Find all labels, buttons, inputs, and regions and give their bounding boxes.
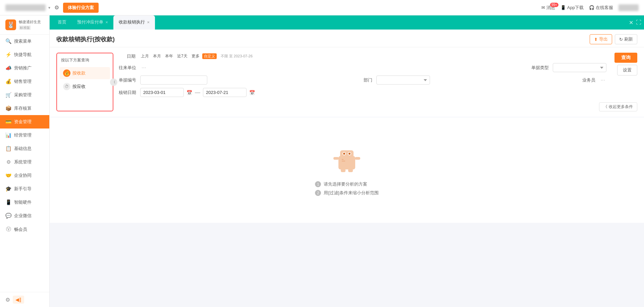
query-button[interactable]: 查询 — [614, 53, 637, 63]
box-icon: 📦 — [5, 105, 11, 111]
receipt-icon: 💰 — [63, 69, 70, 77]
setting-button[interactable]: 设置 — [617, 65, 637, 75]
finance-icon: 💳 — [5, 119, 11, 125]
top-header: ▾ ⚙ 体验行业方案 ✉ 消息 99+ 📱 App下载 🎧 在线客服 — [0, 0, 644, 15]
sidebar-item-member[interactable]: Ⓥ 畅会员 — [0, 222, 49, 236]
industry-solution-button[interactable]: 体验行业方案 — [63, 3, 99, 13]
sidebar-label: 新手引导 — [14, 186, 32, 192]
tab-close-window-button[interactable]: ✕ — [629, 19, 633, 26]
tip-num-1: 1 — [315, 181, 321, 187]
tab-prepay-close[interactable]: ✕ — [105, 20, 108, 24]
sidebar-item-enterprise[interactable]: 🤝 企业协同 — [0, 169, 49, 182]
sidebar-label: 基础信息 — [14, 146, 32, 152]
date-btn-7days[interactable]: 近7天 — [176, 53, 189, 60]
staff-label: 业务员 — [579, 77, 595, 83]
app-download-label: App下载 — [567, 5, 584, 11]
writeoff-date-range: 📅 — 📅 — [140, 88, 255, 97]
sidebar-item-inventory[interactable]: 📦 库存核算 — [0, 102, 49, 115]
filter-panel-collapse-arrow[interactable]: 《 — [110, 79, 117, 86]
sidebar-item-basic-info[interactable]: 📋 基础信息 — [0, 142, 49, 155]
online-service-label: 在线客服 — [596, 5, 613, 11]
app-name-blur — [5, 4, 46, 11]
member-icon: Ⓥ — [5, 226, 11, 233]
gear-button[interactable]: ⚙ — [53, 3, 60, 12]
sidebar: 🐰 畅捷通好生意 标准版 🔍 搜索菜单 ⚡ 快捷导航 📣 营销推广 💰 销售管理… — [0, 15, 50, 307]
filter-option-by-receipt[interactable]: 💰 按收款 — [60, 67, 110, 79]
sidebar-label: 智能硬件 — [14, 199, 32, 205]
writeoff-start-input[interactable] — [140, 88, 184, 97]
settings-bottom-button[interactable]: ⚙ — [5, 297, 10, 303]
app-download-link[interactable]: 📱 App下载 — [560, 5, 584, 11]
date-btn-more[interactable]: 更多 — [190, 53, 201, 60]
sidebar-item-quick-nav[interactable]: ⚡ 快捷导航 — [0, 48, 49, 61]
svg-rect-1 — [340, 150, 354, 160]
date-btn-last-month[interactable]: 上月 — [140, 53, 150, 60]
sidebar-logo: 🐰 畅捷通好生意 标准版 — [0, 15, 49, 35]
export-icon: ⬆ — [594, 37, 598, 42]
tab-collection[interactable]: 收款核销执行 ✕ — [113, 15, 155, 30]
sidebar-item-search-menu[interactable]: 🔍 搜索菜单 — [0, 35, 49, 48]
message-icon: ✉ — [541, 5, 545, 10]
sidebar-label: 搜索菜单 — [14, 38, 32, 44]
tab-prepay[interactable]: 预付冲应付单 ✕ — [72, 15, 113, 30]
staff-input[interactable]: ··· — [599, 77, 606, 83]
collapse-icon: 《 — [603, 104, 607, 110]
empty-tip-1-text: 请先选择要分析的方案 — [324, 181, 367, 187]
sidebar-item-guide[interactable]: 🎓 新手引导 — [0, 182, 49, 196]
sidebar-label: 营销推广 — [14, 65, 32, 71]
writeoff-end-input[interactable] — [203, 88, 247, 97]
sidebar-label: 库存核算 — [14, 105, 32, 111]
date-label: 日期 — [119, 53, 136, 59]
sidebar-collapse-button[interactable]: ◀‖ — [13, 296, 24, 304]
date-shortcuts: 上月 本月 本年 近7天 更多 自定义 — [140, 53, 217, 60]
empty-tip-1: 1 请先选择要分析的方案 — [315, 181, 378, 187]
notification-badge: 99+ — [550, 3, 558, 7]
filter-option-by-receivable[interactable]: ⏱ 按应收 — [60, 81, 110, 93]
sidebar-item-operation[interactable]: 📊 经营管理 — [0, 129, 49, 142]
notification-button[interactable]: ✉ 消息 99+ — [541, 5, 555, 11]
doctype-select[interactable] — [553, 63, 606, 72]
cart-icon: 🛒 — [5, 92, 11, 98]
writeoff-date-label: 核销日期 — [119, 90, 136, 96]
dept-select[interactable] — [376, 75, 430, 85]
docnumber-label: 单据编号 — [119, 77, 136, 83]
logo-icon: 🐰 — [5, 19, 16, 30]
chart-icon: 📊 — [5, 132, 11, 138]
docnumber-input[interactable] — [140, 75, 207, 85]
download-icon: 📱 — [560, 5, 566, 10]
date-btn-this-year[interactable]: 本年 — [164, 53, 174, 60]
tab-expand-button[interactable]: ⛶ — [636, 19, 641, 25]
refresh-button[interactable]: ↻ 刷新 — [615, 34, 637, 44]
sidebar-bottom: ⚙ ◀‖ — [0, 292, 49, 307]
sidebar-item-finance[interactable]: 💳 资金管理 — [0, 115, 49, 129]
date-custom-badge[interactable]: 自定义 — [202, 53, 217, 59]
date-filter-row: 日期 上月 本月 本年 近7天 更多 自定义 不限 至 2023-07-26 — [119, 53, 606, 60]
collapse-more-button[interactable]: 《 收起更多条件 — [599, 102, 637, 111]
sidebar-item-purchase[interactable]: 🛒 采购管理 — [0, 88, 49, 102]
sidebar-item-sales[interactable]: 💰 销售管理 — [0, 75, 49, 88]
tab-collection-close[interactable]: ✕ — [147, 20, 150, 24]
sidebar-item-wechat[interactable]: 💬 企业微信 — [0, 209, 49, 222]
sidebar-label: 资金管理 — [14, 119, 32, 125]
sidebar-label: 系统管理 — [14, 159, 32, 165]
date-btn-this-month[interactable]: 本月 — [152, 53, 162, 60]
calendar-end-icon[interactable]: 📅 — [249, 90, 255, 95]
wechat-icon: 💬 — [5, 213, 11, 219]
service-icon: 🎧 — [589, 5, 594, 10]
chevron-down-icon[interactable]: ▾ — [48, 5, 50, 10]
counterparty-input[interactable]: ··· — [140, 65, 147, 71]
online-service-link[interactable]: 🎧 在线客服 — [589, 5, 613, 11]
empty-tips: 1 请先选择要分析的方案 2 用[过滤]条件来缩小分析范围 — [315, 181, 378, 196]
date-separator: — — [195, 90, 200, 96]
writeoff-date-row: 核销日期 📅 — 📅 — [119, 88, 606, 97]
tab-home[interactable]: 首页 — [52, 15, 72, 30]
user-avatar — [619, 4, 639, 11]
export-button[interactable]: ⬆ 导出 — [590, 34, 612, 44]
page-title: 收款核销执行(按收款) — [56, 35, 115, 43]
calendar-start-icon[interactable]: 📅 — [186, 90, 192, 95]
page-actions: ⬆ 导出 ↻ 刷新 — [590, 34, 637, 44]
date-hint: 不限 至 2023-07-26 — [221, 54, 253, 59]
sidebar-item-system[interactable]: ⚙ 系统管理 — [0, 155, 49, 169]
sidebar-item-marketing[interactable]: 📣 营销推广 — [0, 61, 49, 75]
sidebar-item-hardware[interactable]: 📱 智能硬件 — [0, 196, 49, 209]
